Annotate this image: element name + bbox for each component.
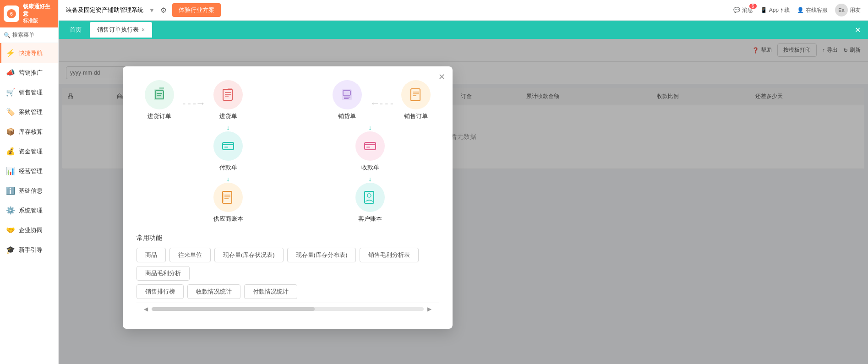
svg-rect-6 [223,89,232,100]
sidebar-item-quick-nav[interactable]: ⚡ 快捷导航 [0,43,58,63]
down-arrow-receipt: ↓ [369,175,372,183]
fn-btn-payment-stats[interactable]: 付款情况统计 [244,284,297,299]
down-arrow-sales: ↓ [369,124,372,131]
purchase-order-label: 进货订单 [147,112,171,120]
sidebar-item-label: 采购管理 [19,108,43,116]
tabbar: 首页 销售订单执行表 × ✕ [59,21,868,39]
flow-row-1: 进货订单 - - -→ 进货单 [136,80,439,120]
fn-btn-sales-rank[interactable]: 销售排行榜 [136,284,184,299]
dropdown-icon[interactable]: ▼ [149,7,155,14]
sidebar-search[interactable]: 🔍 搜索菜单 [0,27,58,43]
svg-rect-24 [223,191,232,203]
modal-close-btn[interactable]: ✕ [438,72,445,82]
node-payment-bill[interactable]: 付款单 [205,131,251,172]
sidebar-item-purchase[interactable]: 🏷️ 采购管理 [0,102,58,122]
sidebar-item-finance[interactable]: 💰 资金管理 [0,141,58,161]
sidebar-item-basic-info[interactable]: ℹ️ 基础信息 [0,181,58,201]
node-purchase-bill[interactable]: 进货单 [205,80,251,120]
tab-close-icon[interactable]: × [142,27,145,33]
online-service-btn[interactable]: 👤 在线客服 [797,6,828,14]
sidebar-item-label: 系统管理 [19,206,43,215]
sidebar-item-marketing[interactable]: 📣 营销推广 [0,63,58,82]
sidebar-item-sales[interactable]: 🛒 销售管理 [0,82,58,102]
tab-home[interactable]: 首页 [62,22,89,38]
fn-btn-stock-dist[interactable]: 现存量(库存分布表) [287,248,356,262]
arrow-dashed-2: ←- - - [370,98,393,120]
function-btns-row2: 销售排行榜 收款情况统计 付款情况统计 [136,284,439,299]
svg-text:6: 6 [10,11,13,16]
app-download-btn[interactable]: 📱 App下载 [760,6,790,14]
inventory-icon: 📦 [6,127,15,136]
sidebar: 6 畅康通好生意 标准版 🔍 搜索菜单 ⚡ 快捷导航 📣 营销推广 🛒 [0,0,59,364]
topbar: 装备及固定资产辅助管理系统 ▼ ⚙ 体验行业方案 💬 消息 6 📱 App下载 … [59,0,868,21]
service-icon: 👤 [797,7,804,13]
payment-bill-circle [213,131,243,161]
purchase-icon: 🏷️ [6,108,15,116]
message-btn[interactable]: 💬 消息 6 [733,6,753,14]
scroll-left-icon[interactable]: ◀ [144,306,148,312]
down-arrow-payment: ↓ [227,175,230,183]
fn-btn-counterpart[interactable]: 往来单位 [169,248,211,262]
sales-bill-circle [333,80,362,109]
tab-home-label: 首页 [70,26,82,34]
spacer-6 [251,175,347,183]
marketing-icon: 📣 [6,68,15,77]
node-customer-ledger[interactable]: 客户账本 [347,183,393,223]
purchase-bill-label: 进货单 [219,112,237,120]
quick-nav-icon: ⚡ [6,49,15,57]
sidebar-item-inventory[interactable]: 📦 库存核算 [0,122,58,141]
node-sales-order[interactable]: 销售订单 [393,80,439,120]
tab-sales-order-label: 销售订单执行表 [97,26,139,34]
sidebar-item-newbie[interactable]: 🎓 新手引导 [0,240,58,260]
node-supplier-ledger[interactable]: 供应商账本 [205,183,251,223]
supplier-ledger-label: 供应商账本 [213,215,243,223]
sidebar-item-label: 新手引导 [19,246,43,254]
user-info[interactable]: Ea 用友 [835,4,861,16]
operations-icon: 📊 [6,167,15,175]
fn-btn-receipt-stats[interactable]: 收款情况统计 [187,284,240,299]
flow-diagram: 进货订单 - - -→ 进货单 [136,80,439,223]
main-area: 装备及固定资产辅助管理系统 ▼ ⚙ 体验行业方案 💬 消息 6 📱 App下载 … [59,0,868,364]
tab-sales-order[interactable]: 销售订单执行表 × [90,22,152,38]
sidebar-item-label: 资金管理 [19,147,43,156]
modal-overlay[interactable]: ✕ 进货订单 [59,39,868,364]
sales-order-label: 销售订单 [404,112,428,120]
sidebar-item-label: 库存核算 [19,128,43,136]
sidebar-item-enterprise[interactable]: 🤝 企业协同 [0,220,58,240]
trial-button[interactable]: 体验行业方案 [172,3,221,17]
sidebar-item-label: 基础信息 [19,187,43,195]
fn-btn-sales-margin[interactable]: 销售毛利分析表 [360,248,419,262]
svg-rect-20 [224,147,228,148]
settings-icon[interactable]: ⚙ [160,6,167,15]
scroll-thumb [152,307,315,311]
tabbar-close-button[interactable]: ✕ [851,24,864,36]
spacer-2 [251,124,347,131]
message-badge: 6 [749,4,757,9]
common-functions-section: 常用功能 商品 往来单位 现存量(库存状况表) 现存量(库存分布表) 销售毛利分… [136,234,439,299]
scroll-bar: ◀ ▶ [136,303,439,315]
user-name: 用友 [850,6,861,14]
node-receipt-bill[interactable]: 收款单 [347,131,393,172]
svg-rect-25 [222,193,224,202]
payment-bill-label: 付款单 [219,163,237,172]
system-icon: ⚙️ [6,206,15,215]
enterprise-icon: 🤝 [6,226,15,234]
fn-btn-stock-status[interactable]: 现存量(库存状况表) [214,248,284,262]
online-service-label: 在线客服 [806,6,828,14]
fn-btn-goods-margin[interactable]: 商品毛利分析 [136,266,190,281]
node-purchase-order[interactable]: 进货订单 [136,80,182,120]
node-sales-bill[interactable]: 销货单 [324,80,370,120]
fn-btn-goods[interactable]: 商品 [136,248,166,262]
sidebar-item-system[interactable]: ⚙️ 系统管理 [0,201,58,220]
spacer-8 [251,183,347,223]
spacer-3 [393,124,439,131]
content-area: ❓ 帮助 按模板打印 ↑ 导出 ↻ 刷新 [59,39,868,364]
arrow-dashed-1: - - -→ [182,98,205,120]
basic-info-icon: ℹ️ [6,186,15,195]
logo-sub: 标准版 [23,17,55,24]
sidebar-item-operations[interactable]: 📊 经营管理 [0,161,58,181]
arrow-down-payment: ↓ [205,175,251,183]
flow-modal: ✕ 进货订单 [123,66,453,329]
scroll-right-icon[interactable]: ▶ [427,306,431,312]
sidebar-logo: 6 畅康通好生意 标准版 [0,0,58,27]
